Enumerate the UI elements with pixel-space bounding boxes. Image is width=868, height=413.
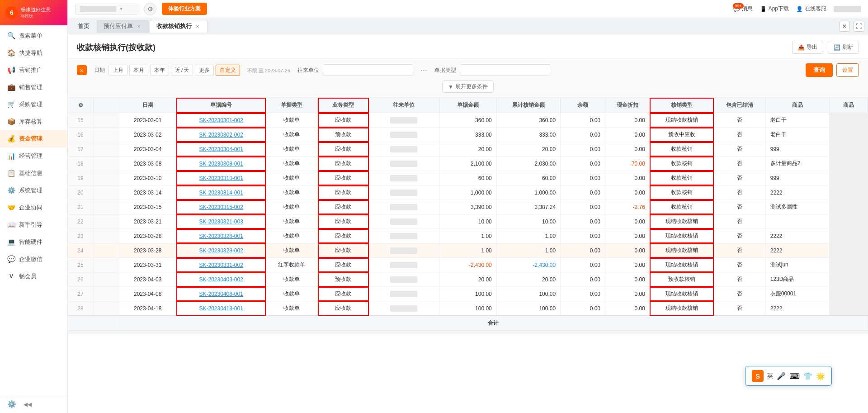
table-row[interactable]: 17 2023-03-04 SK-20230304-001 收款单 应收款 20… bbox=[68, 142, 868, 157]
table-row[interactable]: 27 2023-04-08 SK-20230408-001 收款单 应收款 10… bbox=[68, 287, 868, 301]
cell-docno[interactable]: SK-20230403-002 bbox=[176, 272, 266, 287]
cell-docno[interactable]: SK-20230331-002 bbox=[176, 258, 266, 272]
tab-prepay[interactable]: 预付应付单 × bbox=[97, 20, 149, 33]
cell-doctype: 收款单 bbox=[266, 128, 317, 142]
cell-docno[interactable]: SK-20230315-002 bbox=[176, 200, 266, 214]
sidebar-item-purchase[interactable]: 🛒 采购管理 bbox=[0, 96, 67, 113]
sidebar-item-inventory[interactable]: 📦 库存核算 bbox=[0, 113, 67, 130]
sidebar-item-finance[interactable]: 💰 资金管理 bbox=[0, 130, 67, 147]
app-download-button[interactable]: 📱 App下载 bbox=[760, 5, 789, 13]
col-header-vertype[interactable]: 核销类型 bbox=[650, 98, 713, 113]
col-header-docno[interactable]: 单据编号 bbox=[176, 98, 266, 113]
cell-docno[interactable]: SK-20230328-001 bbox=[176, 229, 266, 243]
gear-button[interactable]: ⚙ bbox=[144, 3, 156, 15]
cell-docno[interactable]: SK-20230308-001 bbox=[176, 157, 266, 171]
expand-conditions-button[interactable]: ▼ 展开更多条件 bbox=[442, 81, 494, 93]
sidebar-item-system[interactable]: ⚙️ 系统管理 bbox=[0, 182, 67, 199]
online-service-button[interactable]: 👤 在线客服 bbox=[796, 5, 826, 13]
filter-unit-input[interactable] bbox=[323, 64, 413, 76]
date-btn-last-month[interactable]: 上月 bbox=[108, 65, 127, 76]
settings-button[interactable]: 设置 bbox=[836, 63, 859, 77]
col-header-balance[interactable]: 余额 bbox=[561, 98, 605, 113]
cell-docno[interactable]: SK-20230418-001 bbox=[176, 301, 266, 316]
cell-docno[interactable]: SK-20230328-002 bbox=[176, 243, 266, 258]
tab-close-all-button[interactable]: ✕ bbox=[839, 21, 850, 32]
sidebar-item-corp[interactable]: 🤝 企业协同 bbox=[0, 199, 67, 216]
float-mic-icon[interactable]: 🎤 bbox=[777, 372, 786, 380]
tab-maximize-button[interactable]: ⛶ bbox=[854, 21, 864, 32]
col-header-doctype[interactable]: 单据类型 bbox=[266, 98, 317, 113]
tab-collection[interactable]: 收款核销执行 × bbox=[150, 20, 208, 33]
col-header-date[interactable]: 日期 bbox=[119, 98, 176, 113]
sidebar-item-sales[interactable]: 💼 销售管理 bbox=[0, 79, 67, 96]
col-header-incl[interactable]: 包含已结清 bbox=[714, 98, 765, 113]
col-header-goods2[interactable]: 商品 bbox=[830, 98, 868, 113]
float-keyboard-icon[interactable]: ⌨ bbox=[789, 372, 800, 380]
tab-prepay-close-icon[interactable]: × bbox=[136, 23, 142, 29]
col-header-goods[interactable]: 商品 bbox=[765, 98, 829, 113]
cell-docno[interactable]: SK-20230304-001 bbox=[176, 142, 266, 157]
cell-incl: 否 bbox=[714, 229, 765, 243]
sidebar-item-wechat[interactable]: 💬 企业微信 bbox=[0, 251, 67, 268]
sidebar-item-basic[interactable]: 📋 基础信息 bbox=[0, 165, 67, 182]
sidebar-item-operation[interactable]: 📊 经营管理 bbox=[0, 147, 67, 165]
tab-home[interactable]: 首页 bbox=[71, 20, 96, 33]
cell-docno[interactable]: SK-20230310-001 bbox=[176, 171, 266, 185]
message-button[interactable]: 💬 99+ 消息 bbox=[733, 5, 753, 13]
float-shirt-icon[interactable]: 👕 bbox=[803, 372, 812, 380]
sidebar-item-hardware[interactable]: 💻 智能硬件 bbox=[0, 233, 67, 251]
date-btn-this-month[interactable]: 本月 bbox=[129, 65, 148, 76]
float-s-logo: S bbox=[752, 370, 764, 382]
cell-discount: 0.00 bbox=[605, 214, 650, 229]
table-row[interactable]: 24 2023-03-28 SK-20230328-002 收款单 应收款 1.… bbox=[68, 243, 868, 258]
filter-collapse-button[interactable]: » bbox=[77, 65, 87, 75]
table-row[interactable]: 21 2023-03-15 SK-20230315-002 收款单 应收款 3,… bbox=[68, 200, 868, 214]
table-row[interactable]: 22 2023-03-21 SK-20230321-003 收款单 应收款 10… bbox=[68, 214, 868, 229]
col-header-biztype[interactable]: 业务类型 bbox=[318, 98, 369, 113]
cell-docno[interactable]: SK-20230301-002 bbox=[176, 113, 266, 128]
sidebar-item-quicknav[interactable]: 🏠 快捷导航 bbox=[0, 44, 67, 62]
sidebar-item-search[interactable]: 🔍 搜索菜单 bbox=[0, 27, 67, 44]
workspace-selector[interactable]: ▼ bbox=[75, 4, 138, 14]
date-btn-more[interactable]: 更多 bbox=[195, 65, 214, 76]
date-btn-this-year[interactable]: 本年 bbox=[150, 65, 169, 76]
filter-doctype-select[interactable] bbox=[460, 64, 550, 76]
table-row[interactable]: 18 2023-03-08 SK-20230308-001 收款单 应收款 2,… bbox=[68, 157, 868, 171]
industry-button[interactable]: 体验行业方案 bbox=[162, 3, 207, 15]
table-row[interactable]: 28 2023-04-18 SK-20230418-001 收款单 应收款 10… bbox=[68, 301, 868, 316]
cell-docno[interactable]: SK-20230321-003 bbox=[176, 214, 266, 229]
table-row[interactable]: 16 2023-03-02 SK-20230302-002 收款单 预收款 33… bbox=[68, 128, 868, 142]
table-row[interactable]: 20 2023-03-14 SK-20230314-001 收款单 应收款 1,… bbox=[68, 185, 868, 200]
cell-balance: 0.00 bbox=[561, 200, 605, 214]
cell-biztype: 预收款 bbox=[318, 272, 369, 287]
tab-collection-close-icon[interactable]: × bbox=[194, 23, 201, 29]
col-header-cumamt[interactable]: 累计核销金额 bbox=[496, 98, 560, 113]
horizontal-scrollbar[interactable] bbox=[68, 331, 868, 334]
settings-icon[interactable]: ⚙️ bbox=[7, 400, 16, 408]
search-icon: 🔍 bbox=[7, 32, 15, 40]
sidebar-item-member[interactable]: V 畅会员 bbox=[0, 268, 67, 285]
table-row[interactable]: 15 2023-03-01 SK-20230301-002 收款单 应收款 36… bbox=[68, 113, 868, 128]
sidebar-item-guide[interactable]: 📖 新手引导 bbox=[0, 216, 67, 233]
table-row[interactable]: 23 2023-03-28 SK-20230328-001 收款单 应收款 1.… bbox=[68, 229, 868, 243]
export-button[interactable]: 📤 导出 bbox=[792, 41, 823, 54]
table-row[interactable]: 25 2023-03-31 SK-20230331-002 红字收款单 应收款 … bbox=[68, 258, 868, 272]
collapse-icon[interactable]: ◀◀ bbox=[24, 401, 32, 408]
sidebar-item-marketing[interactable]: 📢 营销推广 bbox=[0, 62, 67, 79]
date-btn-7days[interactable]: 近7天 bbox=[171, 65, 193, 76]
query-button[interactable]: 查询 bbox=[806, 63, 833, 77]
cell-docno[interactable]: SK-20230302-002 bbox=[176, 128, 266, 142]
float-star-icon[interactable]: 🌟 bbox=[816, 372, 825, 380]
col-header-unit[interactable]: 往来单位 bbox=[369, 98, 439, 113]
table-row[interactable]: 26 2023-04-03 SK-20230403-002 收款单 预收款 20… bbox=[68, 272, 868, 287]
refresh-button[interactable]: 🔄 刷新 bbox=[828, 41, 859, 54]
date-btn-custom[interactable]: 自定义 bbox=[216, 65, 240, 76]
cell-discount: 0.00 bbox=[605, 301, 650, 316]
cell-docno[interactable]: SK-20230314-001 bbox=[176, 185, 266, 200]
table-row[interactable]: 19 2023-03-10 SK-20230310-001 收款单 应收款 60… bbox=[68, 171, 868, 185]
col-header-amount[interactable]: 单据金额 bbox=[439, 98, 496, 113]
cell-docno[interactable]: SK-20230408-001 bbox=[176, 287, 266, 301]
cell-amount: 333.00 bbox=[439, 128, 496, 142]
col-header-gear[interactable]: ⚙ bbox=[68, 98, 94, 113]
col-header-discount[interactable]: 现金折扣 bbox=[605, 98, 650, 113]
